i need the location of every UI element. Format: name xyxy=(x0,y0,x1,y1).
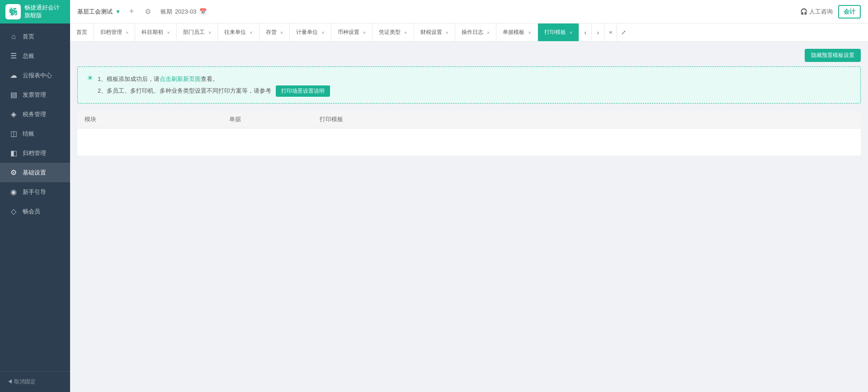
tabs-next-btn[interactable]: › xyxy=(592,24,604,41)
kuaiji-button[interactable]: 会计 xyxy=(838,5,861,19)
sidebar-item-guide[interactable]: ◉ 新手引导 xyxy=(0,182,70,202)
calendar-icon[interactable]: 📅 xyxy=(199,8,207,15)
hide-template-settings-button[interactable]: 隐藏预置模板设置 xyxy=(805,49,861,62)
topbar: 基层工会测试 ▼ + ⚙ 账期 2023-03 📅 🎧 人工咨询 会计 xyxy=(70,0,868,24)
sidebar-nav: ⌂ 首页 ☰ 总账 ☁ 云报表中心 ▤ 发票管理 ◈ 税务管理 ◫ 结账 ◧ 归… xyxy=(0,24,70,371)
tab-print-template-close[interactable]: × xyxy=(570,30,572,35)
sidebar-item-reports[interactable]: ☁ 云报表中心 xyxy=(0,66,70,85)
ledger-icon: ☰ xyxy=(9,52,18,60)
sidebar-item-general-ledger[interactable]: ☰ 总账 xyxy=(0,46,70,66)
cloud-icon: ☁ xyxy=(9,71,18,80)
tab-dept-staff-label: 部门员工 xyxy=(183,28,205,36)
home-icon: ⌂ xyxy=(9,33,18,41)
topbar-right: 🎧 人工咨询 会计 xyxy=(800,5,861,19)
tab-archive-mgmt-close[interactable]: × xyxy=(126,30,128,35)
tabs-close-all-btn[interactable]: × xyxy=(604,24,617,41)
tab-counterparty-label: 往来单位 xyxy=(224,28,246,36)
info-line2-prefix: 2、多员工、多打印机、多种业务类型设置不同打印方案等，请参考 xyxy=(98,87,271,94)
tab-op-log-close[interactable]: × xyxy=(487,30,490,35)
period-value: 2023-03 xyxy=(175,8,197,15)
member-icon: ◇ xyxy=(9,207,18,216)
sidebar-label-member: 畅会员 xyxy=(23,208,40,216)
tab-currency[interactable]: 币种设置 × xyxy=(331,24,373,41)
tab-tax-settings-close[interactable]: × xyxy=(446,30,448,35)
logo-subtitle: 旗舰版 xyxy=(24,12,60,19)
main-area: 基层工会测试 ▼ + ⚙ 账期 2023-03 📅 🎧 人工咨询 会计 首页 归… xyxy=(70,0,868,392)
tab-tax-settings[interactable]: 财税设置 × xyxy=(414,24,455,41)
tab-bill-template-close[interactable]: × xyxy=(528,30,531,35)
tab-inventory-close[interactable]: × xyxy=(280,30,283,35)
info-line1-prefix: 1、模板添加成功后，请 xyxy=(98,76,160,82)
service-label: 人工咨询 xyxy=(809,8,833,16)
invoice-icon: ▤ xyxy=(9,90,18,99)
table-body xyxy=(77,128,861,156)
tab-bill-template[interactable]: 单据模板 × xyxy=(496,24,538,41)
tab-home[interactable]: 首页 xyxy=(70,24,94,41)
tab-counterparty-close[interactable]: × xyxy=(250,30,252,35)
logo-text: 畅捷通好会计 旗舰版 xyxy=(24,4,60,19)
tab-subject-init-label: 科目期初 xyxy=(142,28,163,36)
info-line-2: 2、多员工、多打印机、多种业务类型设置不同打印方案等，请参考 打印场景设置说明 xyxy=(98,85,333,97)
period-display: 账期 2023-03 📅 xyxy=(160,8,207,16)
sidebar-item-archive[interactable]: ◧ 归档管理 xyxy=(0,143,70,163)
sidebar-unpin-btn[interactable]: ◀ 取消固定 xyxy=(0,371,70,392)
tab-inventory[interactable]: 存货 × xyxy=(259,24,290,41)
tabs-prev-btn[interactable]: ‹ xyxy=(579,24,592,41)
tab-op-log[interactable]: 操作日志 × xyxy=(455,24,496,41)
company-selector[interactable]: 基层工会测试 ▼ xyxy=(77,8,121,16)
tab-subject-init-close[interactable]: × xyxy=(167,30,170,35)
sidebar-label-ledger: 总账 xyxy=(23,52,34,60)
tab-archive-mgmt[interactable]: 归档管理 × xyxy=(94,24,135,41)
tab-voucher-type[interactable]: 凭证类型 × xyxy=(373,24,414,41)
service-button[interactable]: 🎧 人工咨询 xyxy=(800,8,833,16)
add-tab-button[interactable]: + xyxy=(126,6,137,17)
topbar-settings-button[interactable]: ⚙ xyxy=(142,6,153,17)
sidebar-label-home: 首页 xyxy=(23,33,34,41)
info-box-header: ☀ 1、模板添加成功后，请点击刷新新页面查看。 2、多员工、多打印机、多种业务类… xyxy=(87,73,851,97)
sidebar-item-home[interactable]: ⌂ 首页 xyxy=(0,27,70,46)
settings-icon: ⚙ xyxy=(9,168,18,177)
tab-dept-staff-close[interactable]: × xyxy=(208,30,211,35)
tax-icon: ◈ xyxy=(9,110,18,118)
sidebar-label-reports: 云报表中心 xyxy=(23,71,52,80)
tab-dept-staff[interactable]: 部门员工 × xyxy=(177,24,218,41)
archive-icon: ◧ xyxy=(9,149,18,157)
tab-subject-init[interactable]: 科目期初 × xyxy=(135,24,176,41)
sidebar-item-settings[interactable]: ⚙ 基础设置 xyxy=(0,163,70,182)
sidebar-item-checkout[interactable]: ◫ 结账 xyxy=(0,124,70,143)
tab-currency-label: 币种设置 xyxy=(338,28,359,36)
sidebar: 畅 畅捷通好会计 旗舰版 ⌂ 首页 ☰ 总账 ☁ 云报表中心 ▤ 发票管理 ◈ … xyxy=(0,0,70,392)
table-header: 模块 单据 打印模板 xyxy=(77,111,861,128)
tab-measure-unit[interactable]: 计量单位 × xyxy=(290,24,331,41)
guide-icon: ◉ xyxy=(9,188,18,196)
tab-counterparty[interactable]: 往来单位 × xyxy=(218,24,259,41)
tab-currency-close[interactable]: × xyxy=(363,30,366,35)
table-header-bill: 单据 xyxy=(222,111,312,128)
checkout-icon: ◫ xyxy=(9,129,18,138)
tab-voucher-type-close[interactable]: × xyxy=(404,30,407,35)
sidebar-label-checkout: 结账 xyxy=(23,130,34,138)
tab-print-template[interactable]: 打印模板 × xyxy=(538,24,579,41)
sidebar-item-member[interactable]: ◇ 畅会员 xyxy=(0,202,70,221)
content-area: 隐藏预置模板设置 ☀ 1、模板添加成功后，请点击刷新新页面查看。 2、多员工、多… xyxy=(70,42,868,392)
print-scene-btn[interactable]: 打印场景设置说明 xyxy=(276,85,330,97)
company-dropdown-icon: ▼ xyxy=(115,9,121,15)
company-name: 基层工会测试 xyxy=(77,8,113,16)
tab-measure-unit-close[interactable]: × xyxy=(321,30,324,35)
info-refresh-link[interactable]: 点击刷新新页面 xyxy=(160,76,201,82)
logo-icon: 畅 xyxy=(5,4,21,19)
sidebar-item-invoice[interactable]: ▤ 发票管理 xyxy=(0,85,70,104)
info-line1-suffix: 查看。 xyxy=(201,76,218,82)
sidebar-item-tax[interactable]: ◈ 税务管理 xyxy=(0,104,70,124)
info-box: ☀ 1、模板添加成功后，请点击刷新新页面查看。 2、多员工、多打印机、多种业务类… xyxy=(77,66,861,104)
tab-op-log-label: 操作日志 xyxy=(462,28,483,36)
logo-title: 畅捷通好会计 xyxy=(24,4,60,12)
tabs-expand-btn[interactable]: ⤢ xyxy=(617,24,630,41)
hide-template-btn-container: 隐藏预置模板设置 xyxy=(77,49,861,62)
tab-archive-mgmt-label: 归档管理 xyxy=(100,28,122,36)
tab-bill-template-label: 单据模板 xyxy=(503,28,524,36)
tab-inventory-label: 存货 xyxy=(266,28,277,36)
table-header-module: 模块 xyxy=(77,111,222,128)
bulb-icon: ☀ xyxy=(87,74,93,82)
sidebar-logo: 畅 畅捷通好会计 旗舰版 xyxy=(0,0,70,24)
